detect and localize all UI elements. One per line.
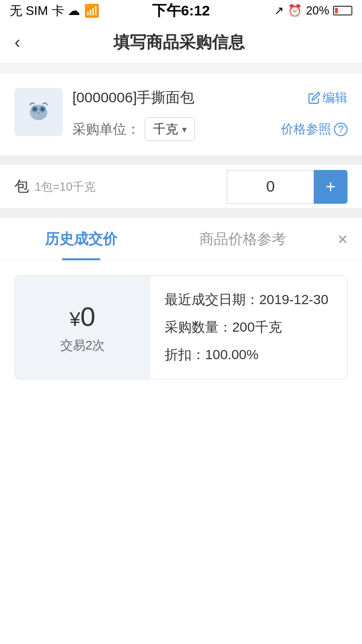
- bottom-space: [0, 394, 362, 644]
- location-icon: ↗: [274, 4, 284, 17]
- tabs-header: 历史成交价 商品价格参考 ×: [0, 218, 362, 261]
- svg-point-3: [33, 107, 37, 111]
- status-right: ↗ ⏰ 20%: [274, 4, 352, 17]
- quantity-section: 包 1包=10千克 0 +: [0, 165, 362, 209]
- status-bar: 无 SIM 卡 ☁ 📶 下午6:12 ↗ ⏰ 20%: [0, 0, 362, 21]
- status-time: 下午6:12: [152, 1, 210, 21]
- price-currency: ¥: [70, 308, 80, 330]
- price-detail-date: 最近成交日期：2019-12-30: [165, 290, 333, 309]
- price-transactions: 交易2次: [60, 337, 105, 354]
- tab-history-price[interactable]: 历史成交价: [0, 218, 162, 260]
- sim-label: 无 SIM 卡 ☁: [10, 2, 80, 19]
- unit-value: 千克: [153, 121, 178, 138]
- price-card-section: ¥ 0 交易2次 最近成交日期：2019-12-30 采购数量：200千克 折扣…: [0, 261, 362, 394]
- chevron-down-icon: ▾: [182, 124, 187, 135]
- unit-label: 采购单位：: [72, 120, 140, 139]
- quantity-conversion: 1包=10千克: [35, 179, 96, 195]
- quantity-unit: 包: [14, 177, 29, 196]
- quantity-input[interactable]: 0: [227, 170, 314, 204]
- price-ref-label: 价格参照: [281, 121, 331, 138]
- price-value: 0: [81, 301, 96, 332]
- price-card-right: 最近成交日期：2019-12-30 采购数量：200千克 折扣：100.00%: [150, 276, 347, 379]
- quantity-input-group: 0 +: [227, 170, 348, 204]
- tab-active-indicator: [62, 258, 100, 260]
- svg-point-4: [41, 107, 44, 111]
- quantity-label-group: 包 1包=10千克: [14, 177, 96, 196]
- price-card: ¥ 0 交易2次 最近成交日期：2019-12-30 采购数量：200千克 折扣…: [14, 275, 348, 379]
- wifi-icon: 📶: [84, 3, 99, 18]
- gray-divider-1: [0, 155, 362, 165]
- product-name: [0000006]手撕面包: [72, 88, 195, 108]
- tab-product-price-ref[interactable]: 商品价格参考: [162, 218, 323, 260]
- battery-icon: [333, 6, 352, 15]
- tabs-section: 历史成交价 商品价格参考 × ¥ 0 交易2次 最近成交日期：2019-12-3…: [0, 218, 362, 394]
- alarm-icon: ⏰: [288, 4, 302, 17]
- status-left: 无 SIM 卡 ☁ 📶: [10, 2, 99, 19]
- section-gap: [0, 209, 362, 218]
- back-button[interactable]: ‹: [14, 32, 20, 53]
- price-ref-help-icon: ?: [334, 123, 348, 136]
- tabs-close-button[interactable]: ×: [323, 218, 362, 261]
- tab-product-price-ref-label: 商品价格参考: [199, 229, 286, 249]
- product-thumbnail: [14, 88, 63, 136]
- price-detail-discount: 折扣：100.00%: [165, 345, 333, 364]
- nav-bar: ‹ 填写商品采购信息: [0, 21, 362, 64]
- price-detail-qty: 采购数量：200千克: [165, 318, 333, 336]
- product-info: [0000006]手撕面包 编辑 采购单位： 千克 ▾: [72, 88, 348, 141]
- page-title: 填写商品采购信息: [30, 31, 328, 54]
- quantity-plus-button[interactable]: +: [314, 170, 348, 204]
- product-section: [0000006]手撕面包 编辑 采购单位： 千克 ▾: [0, 73, 362, 155]
- unit-selector[interactable]: 千克 ▾: [145, 117, 195, 141]
- battery-percent: 20%: [306, 4, 329, 17]
- product-thumb-icon: [24, 96, 53, 129]
- edit-button[interactable]: 编辑: [308, 89, 348, 106]
- tab-history-price-label: 历史成交价: [45, 229, 117, 249]
- price-card-left: ¥ 0 交易2次: [15, 276, 150, 379]
- price-ref-button[interactable]: 价格参照 ?: [281, 121, 348, 138]
